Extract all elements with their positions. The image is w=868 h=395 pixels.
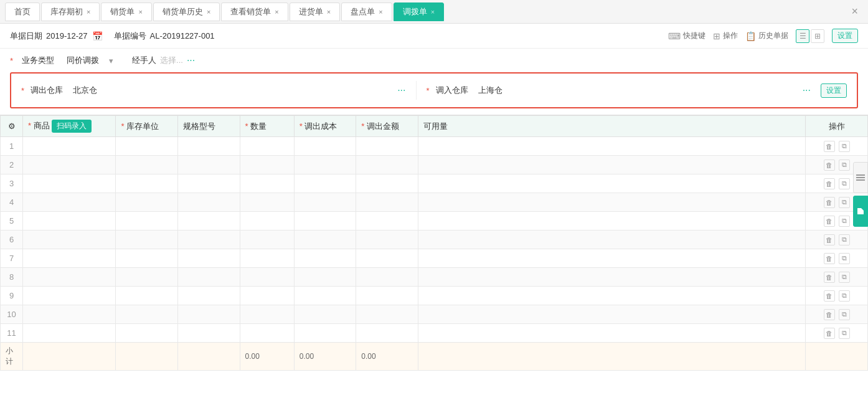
layout-list-btn[interactable]: ☰	[796, 29, 809, 43]
cell-amount[interactable]	[356, 174, 418, 193]
tab-close-transfer[interactable]: ×	[431, 8, 435, 16]
col-gear[interactable]: ⚙	[1, 116, 23, 137]
delete-row-button[interactable]: 🗑	[824, 328, 835, 339]
cell-available[interactable]	[418, 156, 805, 174]
cell-unit[interactable]	[116, 324, 178, 343]
cell-unit[interactable]	[116, 287, 178, 305]
tab-sales-history[interactable]: 销货单历史 ×	[153, 2, 220, 21]
copy-row-button[interactable]: ⧉	[839, 178, 850, 189]
cell-qty[interactable]	[240, 212, 294, 231]
cell-product[interactable]	[23, 137, 116, 156]
cell-product[interactable]	[23, 174, 116, 193]
cell-amount[interactable]	[356, 324, 418, 343]
cell-cost[interactable]	[294, 287, 356, 305]
cell-qty[interactable]	[240, 193, 294, 212]
copy-row-button[interactable]: ⧉	[839, 253, 850, 264]
cell-cost[interactable]	[294, 324, 356, 343]
cell-unit[interactable]	[116, 231, 178, 249]
cell-spec[interactable]	[177, 212, 240, 231]
tab-close-view-sales[interactable]: ×	[275, 8, 278, 16]
handler-select[interactable]: 选择...	[160, 55, 183, 66]
delete-row-button[interactable]: 🗑	[824, 234, 835, 245]
cell-spec[interactable]	[177, 287, 240, 305]
delete-row-button[interactable]: 🗑	[824, 141, 835, 152]
delete-row-button[interactable]: 🗑	[824, 159, 835, 171]
cell-spec[interactable]	[177, 231, 240, 249]
scan-button[interactable]: 扫码录入	[52, 120, 92, 133]
section-settings-btn[interactable]: 设置	[821, 83, 847, 98]
cell-qty[interactable]	[240, 174, 294, 193]
cell-unit[interactable]	[116, 193, 178, 212]
cell-available[interactable]	[418, 305, 805, 324]
shortcuts-btn[interactable]: ⌨ 快捷键	[668, 31, 705, 41]
history-btn[interactable]: 📋 历史单据	[745, 31, 788, 41]
copy-row-button[interactable]: ⧉	[839, 216, 850, 227]
cell-spec[interactable]	[177, 268, 240, 287]
cell-product[interactable]	[23, 212, 116, 231]
cell-qty[interactable]	[240, 137, 294, 156]
cell-available[interactable]	[418, 193, 805, 212]
cell-product[interactable]	[23, 193, 116, 212]
cell-cost[interactable]	[294, 174, 356, 193]
delete-row-button[interactable]: 🗑	[824, 178, 835, 189]
cell-available[interactable]	[418, 268, 805, 287]
tab-close-stock-take[interactable]: ×	[379, 8, 382, 16]
cell-cost[interactable]	[294, 137, 356, 156]
warehouse-in-more-icon[interactable]: ···	[803, 85, 811, 96]
cell-amount[interactable]	[356, 193, 418, 212]
tab-close-sales-history[interactable]: ×	[207, 8, 210, 16]
copy-row-button[interactable]: ⧉	[839, 272, 850, 283]
cell-qty[interactable]	[240, 231, 294, 249]
delete-row-button[interactable]: 🗑	[824, 197, 835, 208]
delete-row-button[interactable]: 🗑	[824, 290, 835, 302]
cell-amount[interactable]	[356, 212, 418, 231]
cell-unit[interactable]	[116, 156, 178, 174]
biz-type-dropdown-icon[interactable]: ▾	[109, 56, 113, 65]
cell-cost[interactable]	[294, 268, 356, 287]
cell-available[interactable]	[418, 287, 805, 305]
cell-qty[interactable]	[240, 324, 294, 343]
operations-btn[interactable]: ⊞ 操作	[713, 31, 738, 41]
gear-icon[interactable]: ⚙	[8, 121, 16, 131]
copy-row-button[interactable]: ⧉	[839, 328, 850, 339]
cell-qty[interactable]	[240, 287, 294, 305]
cell-unit[interactable]	[116, 305, 178, 324]
cell-product[interactable]	[23, 287, 116, 305]
cell-available[interactable]	[418, 212, 805, 231]
cell-product[interactable]	[23, 305, 116, 324]
tab-sales-order[interactable]: 销货单 ×	[101, 2, 151, 21]
tab-close-sales-order[interactable]: ×	[138, 8, 142, 16]
cell-qty[interactable]	[240, 156, 294, 174]
cell-product[interactable]	[23, 268, 116, 287]
cell-amount[interactable]	[356, 156, 418, 174]
cell-unit[interactable]	[116, 268, 178, 287]
tab-transfer[interactable]: 调拨单 ×	[394, 2, 444, 21]
cell-unit[interactable]	[116, 249, 178, 268]
cell-available[interactable]	[418, 174, 805, 193]
cell-cost[interactable]	[294, 156, 356, 174]
copy-row-button[interactable]: ⧉	[839, 290, 850, 302]
cell-cost[interactable]	[294, 212, 356, 231]
cell-amount[interactable]	[356, 249, 418, 268]
cell-unit[interactable]	[116, 137, 178, 156]
cell-unit[interactable]	[116, 174, 178, 193]
tab-view-sales[interactable]: 查看销货单 ×	[221, 2, 288, 21]
table-container[interactable]: ⚙ * 商品 扫码录入 * 库存单位 规格型号	[0, 115, 868, 395]
cell-amount[interactable]	[356, 287, 418, 305]
biz-type-value[interactable]: 同价调拨	[67, 55, 99, 66]
cell-product[interactable]	[23, 231, 116, 249]
side-export-icon[interactable]	[853, 196, 868, 227]
cell-amount[interactable]	[356, 231, 418, 249]
cell-spec[interactable]	[177, 305, 240, 324]
cell-cost[interactable]	[294, 231, 356, 249]
copy-row-button[interactable]: ⧉	[839, 141, 850, 152]
tab-close-inventory-init[interactable]: ×	[87, 8, 90, 16]
cell-cost[interactable]	[294, 193, 356, 212]
cell-spec[interactable]	[177, 156, 240, 174]
cell-product[interactable]	[23, 156, 116, 174]
cell-product[interactable]	[23, 324, 116, 343]
side-list-icon[interactable]	[853, 162, 868, 193]
copy-row-button[interactable]: ⧉	[839, 159, 850, 171]
handler-more-icon[interactable]: ···	[187, 55, 195, 66]
settings-button[interactable]: 设置	[832, 29, 858, 43]
